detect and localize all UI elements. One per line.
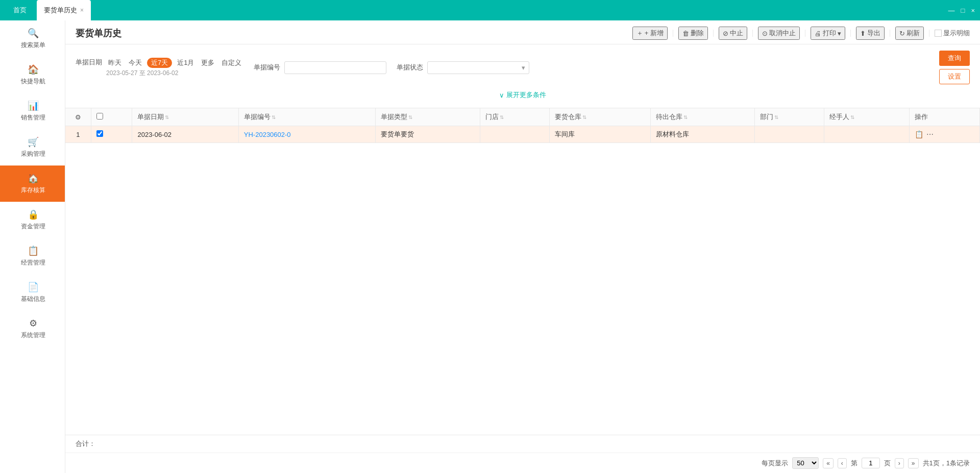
show-detail-toggle[interactable]: 显示明细: [935, 29, 970, 38]
page-end-label: 页: [884, 459, 891, 468]
tab-active[interactable]: 要货单历史 ×: [37, 0, 91, 20]
col-date: 单据日期⇅: [132, 108, 238, 126]
sort-reqwarehouse-icon[interactable]: ⇅: [582, 114, 586, 120]
window-maximize[interactable]: □: [961, 7, 965, 14]
top-bar: 首页 要货单历史 × — □ ×: [0, 0, 980, 20]
sidebar-item-inventory[interactable]: 🏠 库存核算: [0, 165, 65, 202]
table-area: ⚙ 单据日期⇅ 单据编号⇅ 单据类型⇅: [65, 108, 980, 435]
table-settings-icon[interactable]: ⚙: [75, 113, 81, 121]
window-actions: — □ ×: [948, 7, 975, 14]
sort-handler-icon[interactable]: ⇅: [850, 114, 854, 120]
row-checkbox[interactable]: [91, 126, 132, 143]
row-more-icon[interactable]: ⋯: [926, 130, 934, 138]
row-dept: [755, 126, 824, 143]
pagination: 每页显示 50 100 « ‹ 第 页 › » 共1页，1条记录: [65, 453, 980, 473]
sidebar-item-label: 基础信息: [21, 295, 45, 303]
row-docno: YH-20230602-0: [238, 126, 376, 143]
row-edit-icon[interactable]: 📋: [915, 130, 923, 138]
stop-button[interactable]: ⊘ 中止: [719, 27, 747, 40]
sidebar-item-label: 经营管理: [21, 258, 45, 267]
date-filter-label: 单据日期: [76, 58, 102, 67]
quick-nav-icon: 🏠: [28, 64, 39, 75]
col-dept: 部门⇅: [755, 108, 824, 126]
date-btn-yesterday[interactable]: 昨天: [106, 58, 124, 68]
page-header: 要货单历史 ＋ + 新增 🗑 删除 ⊘ 中止 ⊙: [65, 20, 980, 44]
show-detail-checkbox[interactable]: [935, 30, 942, 37]
doc-no-label: 单据编号: [254, 63, 280, 72]
col-reqwarehouse: 要货仓库⇅: [549, 108, 650, 126]
table-body: 1 2023-06-02 YH-20230602-0 要货单要货 车间库 原材料…: [65, 126, 980, 143]
expand-more-btn[interactable]: ∨ 展开更多条件: [76, 88, 970, 102]
row-reqwarehouse: 车间库: [549, 126, 650, 143]
sidebar-item-label: 采购管理: [21, 150, 45, 158]
export-icon: ⬆: [860, 30, 866, 37]
date-filter-group: 单据日期 昨天 今天 近7天 近1月 更多 自定义 2023-05-27 至 2…: [76, 58, 243, 78]
delete-button[interactable]: 🗑 删除: [678, 27, 708, 40]
search-menu-icon: 🔍: [28, 28, 39, 39]
tab-label: 要货单历史: [44, 6, 77, 15]
export-button[interactable]: ⬆ 导出: [856, 27, 885, 40]
new-button[interactable]: ＋ + 新增: [632, 27, 668, 40]
query-button[interactable]: 查询: [939, 51, 970, 66]
col-pendingwarehouse: 待出仓库⇅: [650, 108, 755, 126]
date-filter-buttons: 昨天 今天 近7天 近1月 更多 自定义: [106, 58, 243, 68]
window-close[interactable]: ×: [971, 7, 975, 14]
row-index: 1: [65, 126, 91, 143]
filter-row-1: 单据日期 昨天 今天 近7天 近1月 更多 自定义 2023-05-27 至 2…: [76, 51, 970, 84]
cancel-stop-button[interactable]: ⊙ 取消中止: [758, 27, 800, 40]
page-number-input[interactable]: [862, 458, 880, 468]
delete-icon: 🗑: [682, 30, 689, 37]
system-icon: ⚙: [29, 318, 37, 329]
sort-dept-icon[interactable]: ⇅: [774, 114, 778, 120]
sidebar-item-system[interactable]: ⚙ 系统管理: [0, 311, 65, 347]
sort-docno-icon[interactable]: ⇅: [272, 114, 276, 120]
date-btn-today[interactable]: 今天: [127, 58, 144, 68]
row-docno-link[interactable]: YH-20230602-0: [244, 131, 291, 138]
col-handler: 经手人⇅: [824, 108, 910, 126]
tab-close-icon[interactable]: ×: [80, 7, 84, 14]
refresh-button[interactable]: ↻ 刷新: [895, 27, 924, 40]
prev-page-btn[interactable]: ‹: [838, 458, 847, 468]
sort-pendingwarehouse-icon[interactable]: ⇅: [683, 114, 688, 120]
next-page-btn[interactable]: ›: [895, 458, 904, 468]
row-pendingwarehouse: 原材料仓库: [650, 126, 755, 143]
main-layout: 🔍 搜索菜单 🏠 快捷导航 📊 销售管理 🛒 采购管理 🏠 库存核算 🔒 资金管…: [0, 20, 980, 473]
sidebar-item-purchase[interactable]: 🛒 采购管理: [0, 129, 65, 165]
sidebar-item-finance[interactable]: 🔒 资金管理: [0, 202, 65, 238]
row-select-checkbox[interactable]: [96, 130, 103, 137]
sidebar-item-basic-info[interactable]: 📄 基础信息: [0, 274, 65, 311]
date-btn-custom[interactable]: 自定义: [219, 58, 243, 68]
print-dropdown-icon: ▾: [838, 30, 841, 37]
col-settings[interactable]: ⚙: [65, 108, 91, 126]
row-doctype: 要货单要货: [376, 126, 480, 143]
doc-status-select[interactable]: [427, 61, 529, 74]
sidebar-item-operations[interactable]: 📋 经营管理: [0, 238, 65, 274]
date-btn-7days[interactable]: 近7天: [147, 58, 172, 68]
page-size-select[interactable]: 50 100: [792, 457, 819, 469]
print-button[interactable]: 🖨 打印 ▾: [811, 27, 845, 40]
last-page-btn[interactable]: »: [908, 458, 919, 468]
sidebar: 🔍 搜索菜单 🏠 快捷导航 📊 销售管理 🛒 采购管理 🏠 库存核算 🔒 资金管…: [0, 20, 65, 473]
col-store: 门店⇅: [480, 108, 550, 126]
page-label: 第: [851, 459, 857, 468]
sort-doctype-icon[interactable]: ⇅: [408, 114, 412, 120]
sidebar-item-search-menu[interactable]: 🔍 搜索菜单: [0, 20, 65, 57]
footer-total-label: 合计：: [76, 439, 95, 448]
sidebar-item-quick-nav[interactable]: 🏠 快捷导航: [0, 57, 65, 93]
doc-no-input[interactable]: [284, 61, 386, 74]
sort-date-icon[interactable]: ⇅: [165, 114, 169, 120]
tab-home[interactable]: 首页: [5, 0, 35, 20]
select-all-checkbox[interactable]: [96, 113, 103, 120]
settings-button[interactable]: 设置: [939, 69, 970, 84]
col-checkbox[interactable]: [91, 108, 132, 126]
stop-icon: ⊘: [723, 30, 728, 37]
sidebar-item-label: 快捷导航: [21, 77, 45, 86]
table-row: 1 2023-06-02 YH-20230602-0 要货单要货 车间库 原材料…: [65, 126, 980, 143]
date-btn-more[interactable]: 更多: [199, 58, 216, 68]
sort-store-icon[interactable]: ⇅: [500, 114, 504, 120]
date-btn-1month[interactable]: 近1月: [175, 58, 196, 68]
expand-icon: ∨: [499, 91, 504, 99]
sidebar-item-sales[interactable]: 📊 销售管理: [0, 93, 65, 129]
window-minimize[interactable]: —: [948, 7, 955, 14]
first-page-btn[interactable]: «: [823, 458, 834, 468]
